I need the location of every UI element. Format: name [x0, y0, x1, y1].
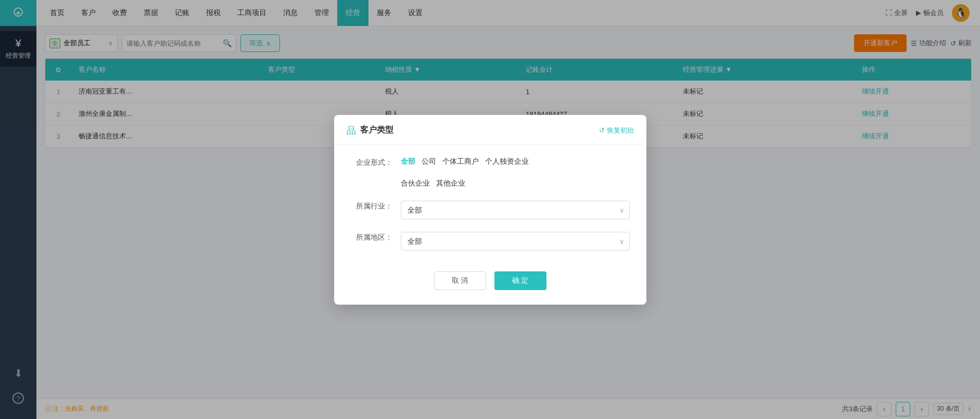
- region-select-wrapper: 全部北京上海广东浙江山东其他 ∨: [401, 232, 630, 251]
- modal-title-area: 品 客户类型: [347, 124, 393, 137]
- industry-select-wrapper: 全部制造业服务业贸易业建筑业其他 ∨: [401, 201, 630, 219]
- modal-header: 品 客户类型 ↺ 恢复初始: [334, 115, 646, 145]
- enterprise-form-row: 企业形式： 全部公司个体工商户个人独资企业合伙企业其他企业: [351, 157, 630, 188]
- industry-form-row: 所属行业： 全部制造业服务业贸易业建筑业其他 ∨: [351, 201, 630, 219]
- region-label: 所属地区：: [351, 232, 392, 242]
- enterprise-form-tags: 全部公司个体工商户个人独资企业合伙企业其他企业: [401, 157, 630, 188]
- cancel-button[interactable]: 取 消: [434, 271, 486, 290]
- region-form-row: 所属地区： 全部北京上海广东浙江山东其他 ∨: [351, 232, 630, 251]
- confirm-button[interactable]: 确 定: [494, 271, 546, 290]
- modal-footer: 取 消 确 定: [334, 267, 646, 290]
- enterprise-tag-0[interactable]: 全部: [401, 157, 415, 166]
- enterprise-tag-2[interactable]: 个体工商户: [442, 157, 479, 166]
- enterprise-tag-4[interactable]: 合伙企业: [401, 179, 430, 188]
- modal-icon: 品: [347, 124, 356, 137]
- reset-icon: ↺: [599, 126, 605, 134]
- region-select[interactable]: 全部北京上海广东浙江山东其他: [401, 232, 630, 251]
- filter-modal: 品 客户类型 ↺ 恢复初始 企业形式： 全部公司个体工商户个人独资企业合伙企业其…: [334, 115, 646, 305]
- reset-label: 恢复初始: [607, 126, 634, 135]
- modal-overlay[interactable]: 品 客户类型 ↺ 恢复初始 企业形式： 全部公司个体工商户个人独资企业合伙企业其…: [0, 0, 980, 419]
- modal-title: 客户类型: [360, 125, 393, 136]
- enterprise-tag-1[interactable]: 公司: [422, 157, 436, 166]
- enterprise-form-label: 企业形式：: [351, 157, 392, 167]
- enterprise-tag-3[interactable]: 个人独资企业: [485, 157, 529, 166]
- modal-body: 企业形式： 全部公司个体工商户个人独资企业合伙企业其他企业 所属行业： 全部制造…: [334, 145, 646, 267]
- enterprise-form-value: 全部公司个体工商户个人独资企业合伙企业其他企业: [401, 157, 630, 188]
- industry-select[interactable]: 全部制造业服务业贸易业建筑业其他: [401, 201, 630, 219]
- enterprise-tag-5[interactable]: 其他企业: [436, 179, 465, 188]
- modal-reset-btn[interactable]: ↺ 恢复初始: [599, 126, 634, 135]
- industry-label: 所属行业：: [351, 201, 392, 211]
